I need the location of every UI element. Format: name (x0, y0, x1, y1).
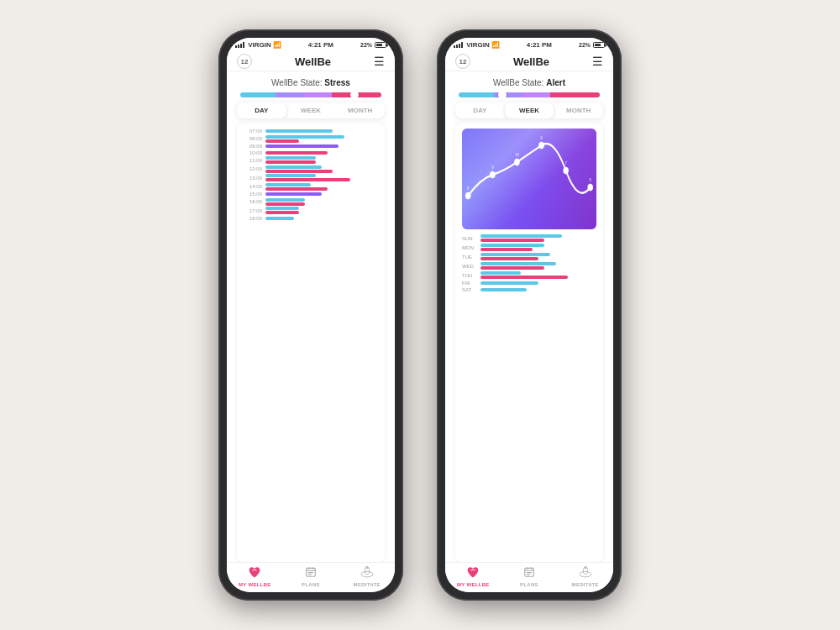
bar-blue (480, 288, 527, 291)
bar-container (265, 165, 378, 173)
svg-point-15 (539, 142, 544, 149)
nav-icon-wrapper (248, 566, 261, 581)
bar-row: 11:00 (244, 156, 378, 164)
state-header: WellBe State: Stress (227, 71, 395, 91)
nav-icon-wrapper (305, 566, 317, 581)
bar-row: 10:00 (244, 150, 378, 155)
svg-text:10: 10 (515, 151, 519, 157)
bar-row: 12:00 (244, 165, 378, 173)
bar-pink (265, 139, 299, 143)
bar-blue (480, 281, 538, 285)
bar-pink (265, 151, 328, 155)
nav-item-plans[interactable]: PLANS (501, 566, 558, 587)
tab-month[interactable]: MONTH (554, 102, 603, 118)
bar-pink (480, 248, 533, 251)
week-view: 9 9 10 9 7 5 SUN MON TUE (462, 129, 596, 292)
chart-area: 07:00 08:00 09:00 10:00 11:00 (237, 123, 385, 562)
nav-icon-wrapper (523, 566, 535, 581)
bar-blue (265, 129, 333, 133)
time-label: 14:00 (244, 184, 262, 189)
week-bar-row: SAT (462, 287, 596, 292)
day-label: SAT (462, 287, 477, 292)
bar-pink (265, 178, 350, 181)
bar-blue (265, 217, 294, 220)
bar-row: 07:00 (244, 129, 378, 134)
svg-text:9: 9 (467, 185, 469, 191)
tab-week[interactable]: WEEK (505, 102, 554, 118)
nav-item-meditate[interactable]: MEDITATE (339, 566, 395, 587)
nav-item-mywellbe[interactable]: MY WELLBE (445, 566, 501, 587)
nav-icon-wrapper (360, 566, 374, 581)
week-bars: SUN MON TUE WED (462, 234, 596, 292)
phone-right: VIRGIN 📶 4:21 PM 22% 12 WellBe ☰ WellBe … (437, 29, 622, 601)
week-bar-row: MON (462, 244, 596, 251)
svg-text:7: 7 (564, 160, 566, 165)
bar-container (265, 174, 378, 181)
signal-icon (454, 42, 463, 48)
notification-badge[interactable]: 12 (455, 54, 470, 69)
bar-purple (265, 144, 339, 148)
time-label: 12:00 (244, 166, 262, 171)
bar-container (265, 183, 378, 191)
app-title: WellBe (295, 55, 331, 68)
nav-item-meditate[interactable]: MEDITATE (557, 566, 613, 587)
time-label: 13:00 (244, 176, 262, 181)
bar-blue (265, 198, 305, 202)
svg-point-19 (588, 184, 593, 191)
status-right: 22% (360, 42, 386, 48)
bar-pink (265, 187, 328, 191)
wifi-icon: 📶 (273, 41, 281, 49)
status-bar: VIRGIN 📶 4:21 PM 22% (227, 38, 395, 50)
tab-month[interactable]: MONTH (335, 102, 385, 118)
bottom-nav: MY WELLBE PLANS MEDITATE (227, 562, 395, 592)
tab-day[interactable]: DAY (237, 102, 286, 118)
color-bar-segment (522, 92, 551, 97)
bar-container (265, 207, 378, 214)
bar-row: 13:00 (244, 174, 378, 181)
chart-area: 9 9 10 9 7 5 SUN MON TUE (455, 123, 603, 562)
day-label: TUE (462, 255, 477, 260)
time-label: 08:00 (244, 136, 262, 141)
carrier-label: VIRGIN (246, 41, 271, 49)
menu-icon[interactable]: ☰ (374, 55, 385, 68)
bar-blue (265, 165, 322, 169)
heart-icon (466, 566, 480, 578)
day-label: THU (462, 273, 477, 278)
bar-blue (265, 174, 316, 177)
svg-point-28 (583, 567, 587, 575)
week-bar-row: WED (462, 262, 596, 270)
nav-item-plans[interactable]: PLANS (283, 566, 339, 587)
tab-day[interactable]: DAY (455, 102, 505, 118)
bar-row: 09:00 (244, 144, 378, 149)
nav-label: MEDITATE (572, 582, 599, 587)
week-bar-container (480, 262, 596, 270)
bar-pink (265, 211, 299, 214)
svg-text:9: 9 (491, 164, 493, 170)
svg-point-13 (515, 159, 520, 165)
week-bar-row: SUN (462, 234, 596, 242)
bar-container (265, 135, 378, 143)
menu-icon[interactable]: ☰ (592, 55, 603, 68)
svg-point-11 (490, 171, 495, 178)
status-left: VIRGIN 📶 (235, 41, 281, 49)
battery-fill (376, 44, 382, 46)
bar-pink (265, 170, 333, 173)
nav-label: PLANS (302, 582, 320, 587)
day-label: WED (462, 264, 477, 269)
time-label: 09:00 (244, 144, 262, 149)
nav-bar: 12 WellBe ☰ (445, 50, 613, 71)
meditate-icon (579, 566, 592, 578)
battery-percent: 22% (579, 42, 591, 48)
signal-icon (235, 42, 244, 48)
line-chart-svg: 9 9 10 9 7 5 (462, 129, 596, 229)
time-label: 4:21 PM (308, 41, 333, 49)
bar-row: 08:00 (244, 135, 378, 143)
time-label: 16:00 (244, 199, 262, 204)
nav-item-mywellbe[interactable]: MY WELLBE (227, 566, 283, 587)
notification-badge[interactable]: 12 (237, 54, 252, 69)
status-bar: VIRGIN 📶 4:21 PM 22% (445, 38, 613, 50)
bar-blue (265, 207, 299, 210)
tab-bar: DAYWEEKMONTH (237, 102, 385, 118)
tab-week[interactable]: WEEK (286, 102, 336, 118)
wifi-icon: 📶 (491, 41, 500, 49)
